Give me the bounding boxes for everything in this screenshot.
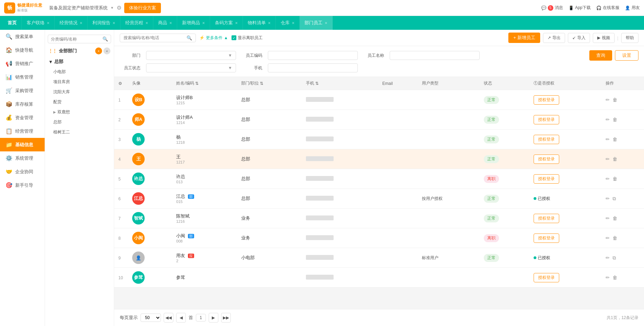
edit-icon-7[interactable]: ✏ bbox=[606, 215, 610, 221]
tab-barcode[interactable]: 条码方案 ✕ bbox=[210, 16, 243, 30]
sidebar-item-collab[interactable]: 🤝 企业协同 bbox=[0, 165, 45, 178]
tree-add-button[interactable]: + bbox=[95, 47, 102, 54]
import-button[interactable]: ↙ 导入 bbox=[568, 33, 590, 43]
tree-node-dual[interactable]: ▶ 双鹿想 bbox=[45, 107, 114, 117]
filter-more-button[interactable]: ⚡ 更多条件 ▲ bbox=[199, 35, 228, 41]
settings-gear-icon[interactable]: ⚙ bbox=[118, 81, 122, 86]
tab-history[interactable]: 经营历程 ✕ bbox=[120, 16, 153, 30]
delete-icon-7[interactable]: 🗑 bbox=[613, 215, 617, 221]
delete-icon-10[interactable]: 🗑 bbox=[613, 275, 617, 280]
sidebar-item-sales[interactable]: 📊 销售管理 bbox=[0, 70, 45, 84]
delete-icon-5[interactable]: 🗑 bbox=[613, 176, 617, 182]
tree-node-shenyang[interactable]: 沈阳大库 bbox=[45, 87, 114, 97]
dept-select[interactable]: ▼ bbox=[146, 51, 236, 60]
tab-barcode-close[interactable]: ✕ bbox=[235, 21, 238, 25]
emp-name-input[interactable] bbox=[390, 51, 480, 60]
edit-icon-4[interactable]: ✏ bbox=[606, 156, 610, 162]
edit-icon-10[interactable]: ✏ bbox=[606, 275, 610, 280]
tab-profit-close[interactable]: ✕ bbox=[112, 21, 115, 25]
sidebar-item-system[interactable]: ⚙️ 系统管理 bbox=[0, 151, 45, 165]
edit-icon-1[interactable]: ✏ bbox=[606, 97, 610, 103]
delete-icon-3[interactable]: 🗑 bbox=[613, 136, 617, 142]
tab-warehouse[interactable]: 仓库 ✕ bbox=[276, 16, 300, 30]
col-phone[interactable]: 手机 ⇅ bbox=[302, 77, 378, 90]
delete-icon-2[interactable]: 🗑 bbox=[613, 117, 617, 122]
settings-icon[interactable]: ⚙ bbox=[117, 5, 121, 11]
tree-node-zhishu[interactable]: 植树王二 bbox=[45, 127, 114, 137]
add-employee-button[interactable]: + 新增员工 bbox=[508, 33, 540, 43]
view-button[interactable]: ▶ 视频 bbox=[593, 33, 615, 43]
auth-button-1[interactable]: 授权登录 bbox=[534, 95, 559, 105]
delete-icon-1[interactable]: 🗑 bbox=[613, 97, 617, 103]
emp-status-select[interactable]: ▼ bbox=[146, 63, 236, 72]
tree-node-electronics[interactable]: 小电部 bbox=[45, 67, 114, 77]
auth-button-7[interactable]: 授权登录 bbox=[534, 214, 559, 223]
delete-icon-8[interactable]: 🗑 bbox=[613, 235, 617, 241]
col-dept-position[interactable]: 部门/职位 ⇅ bbox=[237, 77, 302, 90]
tab-operation-close[interactable]: ✕ bbox=[80, 21, 82, 25]
tab-customer[interactable]: 客户联络 ✕ bbox=[22, 16, 55, 30]
tree-node-distribution[interactable]: 配货 bbox=[45, 97, 114, 107]
delete-icon-4[interactable]: 🗑 bbox=[613, 156, 617, 162]
sidebar-item-marketing[interactable]: 📢 营销推广 bbox=[0, 57, 45, 70]
sidebar-item-purchase[interactable]: 🛒 采购管理 bbox=[0, 84, 45, 97]
show-resigned-checkbox[interactable]: ✓ 显示离职员工 bbox=[232, 35, 263, 41]
emp-code-input[interactable] bbox=[268, 51, 358, 60]
tab-product-close[interactable]: ✕ bbox=[169, 21, 172, 25]
message-button[interactable]: 💬 5 消息 bbox=[541, 5, 563, 11]
export-button[interactable]: ↗ 导出 bbox=[543, 33, 565, 43]
sidebar-item-search[interactable]: 🔍 搜索菜单 bbox=[0, 30, 45, 43]
sidebar-item-inventory[interactable]: 📦 库存核算 bbox=[0, 97, 45, 111]
tree-node-hq2[interactable]: 总部 bbox=[45, 117, 114, 127]
prev-page-button[interactable]: ◀ bbox=[176, 313, 186, 323]
last-page-button[interactable]: ▶▶ bbox=[221, 313, 231, 323]
first-page-button[interactable]: ◀◀ bbox=[164, 313, 173, 323]
help-button[interactable]: 帮助 bbox=[621, 33, 638, 43]
tab-add-product[interactable]: 新增商品 ✕ bbox=[177, 16, 210, 30]
tab-history-close[interactable]: ✕ bbox=[145, 21, 148, 25]
edit-icon-9[interactable]: ✏ bbox=[606, 255, 610, 261]
tab-warehouse-close[interactable]: ✕ bbox=[292, 21, 294, 25]
auth-button-5[interactable]: 授权登录 bbox=[534, 174, 559, 184]
tab-profit[interactable]: 利润报告 ✕ bbox=[88, 16, 120, 30]
tab-customer-close[interactable]: ✕ bbox=[47, 21, 49, 25]
edit-icon-6[interactable]: ✏ bbox=[606, 196, 610, 201]
app-download-button[interactable]: 📱 App下载 bbox=[569, 5, 591, 11]
edit-icon-3[interactable]: ✏ bbox=[606, 136, 610, 142]
tab-add-product-close[interactable]: ✕ bbox=[202, 21, 205, 25]
edit-icon-5[interactable]: ✏ bbox=[606, 176, 610, 182]
tree-node-hq[interactable]: ▼ 总部 bbox=[45, 56, 114, 67]
search-input[interactable] bbox=[124, 35, 187, 40]
col-name-code[interactable]: 姓名/编码 ⇅ bbox=[172, 77, 237, 90]
auth-button-8[interactable]: 授权登录 bbox=[534, 234, 559, 243]
auth-button-4[interactable]: 授权登录 bbox=[534, 155, 559, 164]
sidebar-item-finance[interactable]: 💰 资金管理 bbox=[0, 111, 45, 124]
sidebar-item-operations[interactable]: 📋 经营管理 bbox=[0, 124, 45, 138]
auth-button-10[interactable]: 授权登录 bbox=[534, 273, 559, 282]
next-page-button[interactable]: ▶ bbox=[209, 313, 218, 323]
auth-button-3[interactable]: 授权登录 bbox=[534, 135, 559, 144]
edit-icon-2[interactable]: ✏ bbox=[606, 117, 610, 122]
sidebar-item-guide[interactable]: 🎯 新手引导 bbox=[0, 178, 45, 192]
tab-operation[interactable]: 经营情况 ✕ bbox=[55, 16, 88, 30]
user-button[interactable]: 👤 用友 bbox=[625, 5, 640, 11]
tab-department[interactable]: 部门员工 ✕ bbox=[300, 16, 333, 30]
tab-department-close[interactable]: ✕ bbox=[325, 21, 327, 25]
search-button[interactable]: 查询 bbox=[589, 50, 612, 61]
tab-bom[interactable]: 物料清单 ✕ bbox=[243, 16, 276, 30]
sidebar-item-nav[interactable]: 🏠 快捷导航 bbox=[0, 43, 45, 57]
auth-button-2[interactable]: 授权登录 bbox=[534, 115, 559, 124]
current-page[interactable]: 1 bbox=[196, 314, 206, 321]
tab-bom-close[interactable]: ✕ bbox=[268, 21, 271, 25]
set-button[interactable]: 设置 bbox=[615, 50, 638, 61]
tab-home[interactable]: 首页 bbox=[3, 16, 22, 30]
edit-icon-8[interactable]: ✏ bbox=[606, 235, 610, 241]
copy-icon-9[interactable]: ⧉ bbox=[613, 255, 616, 261]
trial-button[interactable]: 体验行业方案 bbox=[124, 3, 161, 13]
online-service-button[interactable]: 🎧 在线客服 bbox=[596, 5, 619, 11]
system-title-dropdown-icon[interactable]: ▼ bbox=[110, 6, 114, 10]
sidebar-item-basic[interactable]: 📁 基础信息 bbox=[0, 138, 45, 151]
tab-product[interactable]: 商品 ✕ bbox=[153, 16, 177, 30]
tree-node-project[interactable]: 项目库房 bbox=[45, 77, 114, 87]
tree-search-input[interactable] bbox=[51, 37, 102, 42]
